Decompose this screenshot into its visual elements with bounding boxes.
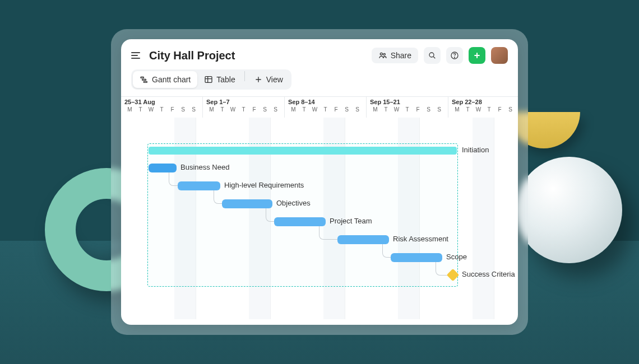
task-bar[interactable]	[222, 199, 272, 208]
tab-table[interactable]: Table	[197, 71, 242, 88]
add-button[interactable]	[469, 47, 485, 64]
task-label: Project Team	[330, 217, 372, 225]
help-button[interactable]	[446, 47, 463, 64]
frosted-panel: City Hall Project Share	[111, 29, 528, 335]
share-label: Share	[391, 51, 411, 60]
task-label: Scope	[446, 253, 467, 261]
plus-icon	[254, 75, 263, 84]
tab-divider	[244, 71, 245, 81]
week-label: Sep 22–28	[452, 99, 518, 105]
task-label: High-level Requirements	[224, 181, 304, 189]
svg-point-4	[454, 57, 455, 58]
week-col: Sep 1–7 MTWTFSS	[203, 97, 285, 118]
view-tabs: Gantt chart Table View	[121, 69, 518, 96]
milestone-label: Success Criteria	[462, 270, 515, 278]
svg-point-0	[380, 53, 382, 55]
tab-add-view[interactable]: View	[247, 71, 290, 88]
task-label: Objectives	[276, 199, 311, 207]
task-bar[interactable]	[149, 164, 177, 172]
tab-gantt[interactable]: Gantt chart	[133, 71, 197, 88]
tab-segment: Gantt chart Table View	[131, 69, 291, 90]
gantt-icon	[140, 75, 149, 84]
tab-view-label: View	[266, 75, 283, 84]
tab-gantt-label: Gantt chart	[152, 75, 191, 84]
svg-rect-8	[205, 77, 212, 83]
week-label: Sep 8–14	[288, 99, 363, 105]
task-bar[interactable]	[337, 235, 389, 244]
people-icon	[378, 51, 387, 60]
week-col: Sep 22–28 MTWTFSS	[448, 97, 518, 118]
week-label: 25–31 Aug	[124, 99, 199, 105]
task-label: Risk Assessment	[393, 235, 448, 243]
svg-rect-5	[141, 77, 143, 78]
week-label: Sep 1–7	[206, 99, 281, 105]
table-icon	[204, 75, 213, 84]
group-label: Initiation	[462, 146, 489, 154]
menu-icon[interactable]	[131, 49, 143, 62]
svg-rect-6	[142, 79, 146, 80]
svg-point-1	[383, 53, 385, 55]
help-icon	[450, 51, 459, 60]
week-label: Sep 15–21	[370, 99, 444, 105]
search-button[interactable]	[424, 47, 441, 64]
week-col: Sep 8–14 MTWTFSS	[285, 97, 367, 118]
svg-rect-7	[143, 81, 147, 82]
plus-icon	[473, 51, 481, 60]
search-icon	[428, 51, 437, 60]
tab-table-label: Table	[216, 75, 235, 84]
timeline-body[interactable]: Initiation Business Need High-level Requ…	[121, 118, 518, 319]
task-bar[interactable]	[274, 217, 326, 226]
task-bar[interactable]	[391, 253, 442, 262]
header: City Hall Project Share	[121, 39, 518, 69]
task-bar[interactable]	[178, 181, 220, 190]
task-connector	[319, 226, 339, 240]
week-col: 25–31 Aug MTWTFSS	[121, 97, 203, 118]
share-button[interactable]: Share	[372, 48, 418, 63]
avatar[interactable]	[491, 47, 508, 64]
initiation-bar[interactable]	[149, 147, 457, 155]
project-title[interactable]: City Hall Project	[149, 49, 235, 62]
week-col: Sep 15–21 MTWTFSS	[367, 97, 448, 118]
svg-point-2	[429, 53, 434, 57]
task-label: Business Need	[180, 163, 229, 171]
timeline-header: 25–31 Aug MTWTFSS Sep 1–7 MTWTFSS Sep 8–…	[121, 96, 518, 118]
app-card: City Hall Project Share	[121, 39, 518, 325]
bg-sphere	[516, 157, 622, 263]
